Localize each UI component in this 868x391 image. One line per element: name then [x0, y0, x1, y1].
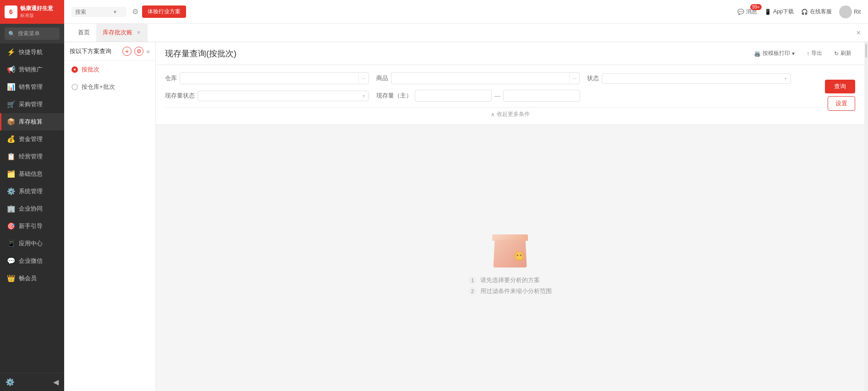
- filter-item-by-warehouse-batch[interactable]: 按仓库+批次: [64, 78, 155, 96]
- status-select[interactable]: ▾: [602, 73, 791, 84]
- sidebar-item-purchase[interactable]: 🛒 采购管理: [0, 96, 64, 113]
- query-area: 现存量查询(按批次) 🖨️ 按模板打印 ▾ ↑ 导出 ↻ 刷新: [156, 42, 864, 391]
- sidebar-item-enterprise-wechat[interactable]: 💬 企业微信: [0, 252, 64, 270]
- tabbar: 首页 库存批次账 × ×: [64, 24, 868, 42]
- page-title: 现存量查询(按批次): [165, 48, 236, 59]
- warehouse-input[interactable]: [180, 73, 358, 84]
- topbar-search-dropdown-icon[interactable]: ▾: [114, 9, 116, 15]
- product-more-btn[interactable]: ···: [569, 74, 579, 83]
- online-service-label: 在线客服: [810, 8, 832, 16]
- topbar-search-area: ▾: [71, 7, 126, 17]
- sidebar-item-marketing[interactable]: 📢 营销推广: [0, 61, 64, 78]
- user-area[interactable]: Rit: [839, 5, 861, 18]
- inventory-qty-label: 现存量（主）: [376, 92, 412, 100]
- sidebar-item-label: 库存核算: [19, 118, 43, 126]
- tab-close-icon[interactable]: ×: [136, 29, 141, 36]
- inventory-status-label: 现存量状态: [165, 92, 195, 100]
- settings-icon[interactable]: ⚙️: [5, 378, 15, 386]
- sidebar-nav: ⚡ 快捷导航 📢 营销推广 📊 销售管理 🛒 采购管理 📦 库存核算 💰 资金管…: [0, 43, 64, 373]
- topbar-gear-icon[interactable]: ⚙: [132, 7, 138, 16]
- search-form: 仓库 ··· 商品 ···: [156, 65, 864, 125]
- messages-action[interactable]: 💬 消息 99+: [737, 8, 757, 16]
- app-logo: 6: [5, 5, 17, 18]
- sidebar-item-basics[interactable]: 🗂️ 基础信息: [0, 165, 64, 183]
- quick-nav-icon: ⚡: [7, 48, 15, 56]
- refresh-icon: ↻: [834, 50, 839, 57]
- avatar: [839, 5, 852, 18]
- headset-icon: 🎧: [801, 9, 808, 15]
- warehouse-more-btn[interactable]: ···: [358, 74, 368, 83]
- sidebar-item-app-center[interactable]: 📱 应用中心: [0, 235, 64, 252]
- sidebar-item-inventory[interactable]: 📦 库存核算: [0, 113, 64, 130]
- filter-header: 按以下方案查询 + ⚙ «: [64, 42, 155, 61]
- filter-add-button[interactable]: +: [122, 47, 132, 56]
- app-download-action[interactable]: 📱 App下载: [764, 8, 794, 16]
- warehouse-input-container: ···: [180, 72, 369, 84]
- trial-btn[interactable]: 体验行业方案: [142, 5, 186, 18]
- finance-icon: 💰: [7, 135, 15, 143]
- query-button[interactable]: 查询: [825, 80, 855, 93]
- empty-illustration: 😶: [483, 221, 538, 267]
- topbar-search-input[interactable]: [75, 9, 112, 15]
- sidebar-search-button[interactable]: 🔍 搜索菜单: [5, 27, 60, 40]
- sidebar-item-label: 基础信息: [19, 170, 43, 178]
- tab-inventory-batch[interactable]: 库存批次账 ×: [96, 24, 148, 42]
- refresh-btn[interactable]: ↻ 刷新: [830, 48, 855, 59]
- sidebar-item-label: 资金管理: [19, 135, 43, 143]
- sidebar-item-label: 采购管理: [19, 100, 43, 109]
- sidebar-item-sales[interactable]: 📊 销售管理: [0, 78, 64, 96]
- filter-label-by-warehouse-batch: 按仓库+批次: [82, 83, 115, 91]
- sidebar-search-label: 搜索菜单: [18, 30, 40, 38]
- print-label: 按模板打印: [763, 49, 790, 57]
- filter-collapse-icon[interactable]: «: [146, 48, 150, 55]
- warehouse-label: 仓库: [165, 74, 177, 82]
- sidebar-item-system[interactable]: ⚙️ 系统管理: [0, 183, 64, 200]
- settings-button[interactable]: 设置: [828, 96, 855, 111]
- sidebar-item-label: 新手引导: [19, 222, 43, 230]
- collapse-more-conditions-btn[interactable]: ∧ 收起更多条件: [165, 107, 855, 121]
- sidebar-item-quick-nav[interactable]: ⚡ 快捷导航: [0, 43, 64, 61]
- sidebar-item-newbie[interactable]: 🎯 新手引导: [0, 217, 64, 235]
- filter-radio-by-batch: [71, 66, 78, 73]
- inventory-status-select[interactable]: ▾: [198, 91, 369, 101]
- marketing-icon: 📢: [7, 65, 15, 74]
- collapse-sidebar-icon[interactable]: ◀: [53, 378, 59, 386]
- sidebar-item-finance[interactable]: 💰 资金管理: [0, 130, 64, 148]
- sidebar-item-label: 快捷导航: [19, 48, 43, 56]
- sidebar-item-enterprise[interactable]: 🏢 企业协同: [0, 200, 64, 217]
- empty-hint-2: 2 用过滤条件来缩小分析范围: [468, 287, 552, 295]
- query-title-actions: 🖨️ 按模板打印 ▾ ↑ 导出 ↻ 刷新: [750, 48, 855, 59]
- inventory-qty-max-input[interactable]: [503, 90, 580, 102]
- collapse-label: 收起更多条件: [497, 110, 530, 118]
- print-template-btn[interactable]: 🖨️ 按模板打印 ▾: [750, 48, 798, 59]
- hint-1-text: 请先选择要分析的方案: [480, 276, 540, 284]
- print-icon: 🖨️: [754, 50, 761, 57]
- member-icon: 👑: [7, 274, 15, 282]
- close-all-tabs-icon[interactable]: ×: [857, 29, 861, 37]
- tab-home[interactable]: 首页: [71, 24, 96, 42]
- sidebar-item-label: 营销推广: [19, 65, 43, 74]
- product-input[interactable]: [391, 73, 570, 84]
- product-label: 商品: [376, 74, 388, 82]
- inventory-status-field: 现存量状态 ▾: [165, 91, 369, 101]
- newbie-icon: 🎯: [7, 222, 15, 230]
- filter-item-by-batch[interactable]: 按批次: [64, 61, 155, 78]
- status-label: 状态: [587, 74, 599, 82]
- sidebar-item-member[interactable]: 👑 畅会员: [0, 270, 64, 287]
- inventory-status-arrow-icon: ▾: [363, 93, 365, 98]
- sidebar-bottom: ⚙️ ◀: [0, 373, 64, 391]
- username-label: Rit: [854, 9, 861, 15]
- sidebar-item-label: 经营管理: [19, 152, 43, 161]
- inventory-qty-range: —: [415, 90, 580, 102]
- app-edition: 标准版: [20, 12, 53, 19]
- filter-setting-button[interactable]: ⚙: [134, 47, 143, 56]
- form-row-2: 现存量状态 ▾ 现存量（主） —: [165, 90, 791, 102]
- sidebar-item-label: 企业微信: [19, 257, 43, 265]
- sidebar-item-operations[interactable]: 📋 经营管理: [0, 148, 64, 165]
- inventory-qty-min-input[interactable]: [415, 90, 492, 102]
- online-service-action[interactable]: 🎧 在线客服: [801, 8, 832, 16]
- print-dropdown-icon[interactable]: ▾: [792, 50, 795, 57]
- export-btn[interactable]: ↑ 导出: [803, 48, 826, 59]
- basics-icon: 🗂️: [7, 170, 15, 178]
- sidebar-item-label: 系统管理: [19, 187, 43, 196]
